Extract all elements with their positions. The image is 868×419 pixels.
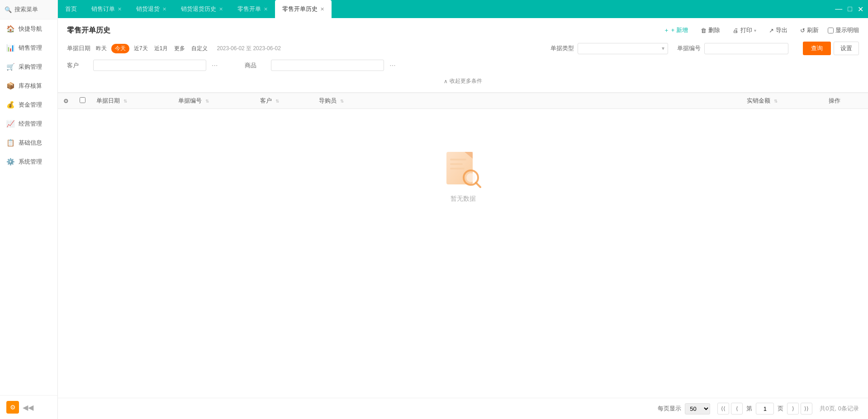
sidebar-item-system-mgmt[interactable]: ⚙️ 系统管理	[0, 152, 57, 171]
money-icon: 💰	[6, 101, 15, 109]
sidebar-item-purchase-mgmt[interactable]: 🛒 采购管理	[0, 57, 57, 76]
document-icon: 📋	[6, 139, 15, 147]
customer-more-icon[interactable]: ···	[212, 61, 218, 70]
add-button[interactable]: ＋ + 新增	[660, 24, 692, 36]
th-settings[interactable]: ⚙	[58, 93, 74, 109]
page-total: 共0页, 0条记录	[820, 405, 859, 413]
shortcut-7days[interactable]: 近7天	[132, 44, 150, 53]
delete-button[interactable]: 🗑 删除	[697, 24, 724, 36]
delete-label: 删除	[708, 26, 720, 34]
maximize-icon[interactable]: □	[848, 5, 852, 14]
th-salesperson[interactable]: 导购员 ⇅	[313, 93, 384, 109]
last-page-button[interactable]: ⟩⟩	[801, 403, 812, 414]
table-header: ⚙ 单据日期 ⇅ 单据编号 ⇅	[58, 93, 868, 109]
close-window-icon[interactable]: ✕	[858, 5, 863, 14]
th-no[interactable]: 单据编号 ⇅	[173, 93, 255, 109]
order-type-filter-field: 单据类型	[550, 43, 668, 54]
tab-retail-open-label: 零售开单	[237, 5, 261, 13]
customer-input[interactable]	[93, 60, 206, 71]
sidebar-item-sales-mgmt[interactable]: 📊 销售管理	[0, 38, 57, 57]
sidebar-item-quick-nav[interactable]: 🏠 快捷导航	[0, 19, 57, 38]
print-button[interactable]: 🖨 打印 ▾	[729, 24, 760, 36]
minimize-icon[interactable]: —	[835, 5, 842, 14]
show-detail-checkbox-wrapper[interactable]: 显示明细	[828, 26, 859, 34]
sidebar: 🔍 搜索菜单 🏠 快捷导航 📊 销售管理 🛒 采购管理 📦 库存核算 💰 资金管…	[0, 0, 58, 419]
th-checkbox[interactable]	[74, 93, 91, 109]
shortcut-custom[interactable]: 自定义	[190, 44, 209, 53]
tab-sales-return-close[interactable]: ✕	[162, 6, 166, 12]
sidebar-item-operations[interactable]: 📈 经营管理	[0, 114, 57, 133]
goods-more-icon[interactable]: ···	[389, 61, 395, 70]
customer-filter-field: 客户 ···	[67, 60, 218, 71]
th-customer[interactable]: 客户 ⇅	[255, 93, 313, 109]
table-settings-icon[interactable]: ⚙	[63, 98, 69, 104]
tab-home-label: 首页	[65, 5, 77, 13]
th-actual-amount[interactable]: 实销金额 ⇅	[741, 93, 823, 109]
sidebar-item-label: 库存核算	[19, 82, 42, 90]
export-button[interactable]: ↗ 导出	[765, 24, 791, 36]
tab-home[interactable]: 首页	[58, 0, 84, 18]
setting-button[interactable]: 设置	[834, 42, 859, 55]
tab-retail-open-close[interactable]: ✕	[264, 6, 268, 12]
sidebar-item-finance[interactable]: 💰 资金管理	[0, 95, 57, 114]
gear-icon: ⚙️	[6, 158, 15, 166]
collapse-more-btn[interactable]: ∧ 收起更多条件	[67, 75, 859, 87]
next-page-button[interactable]: ⟩	[787, 403, 799, 414]
th-spacer	[384, 93, 741, 109]
select-all-checkbox[interactable]	[80, 97, 85, 103]
tab-retail-open-history[interactable]: 零售开单历史 ✕	[275, 0, 332, 18]
settings-gear-button[interactable]: ⚙	[6, 401, 19, 414]
svg-rect-2	[450, 163, 463, 165]
box-icon: 📦	[6, 82, 15, 90]
refresh-icon: ↺	[800, 27, 805, 34]
sidebar-item-basic-info[interactable]: 📋 基础信息	[0, 133, 57, 152]
th-salesperson-label: 导购员	[319, 97, 337, 104]
svg-line-7	[476, 183, 480, 187]
export-icon: ↗	[769, 27, 774, 34]
shortcut-yesterday[interactable]: 昨天	[94, 44, 109, 53]
search-icon: 🔍	[5, 6, 12, 13]
window-controls: — □ ✕	[835, 5, 863, 14]
empty-illustration	[438, 145, 488, 195]
sidebar-collapse-button[interactable]: ◀◀	[23, 403, 33, 412]
shortcut-today[interactable]: 今天	[111, 44, 129, 53]
show-detail-checkbox[interactable]	[828, 28, 834, 33]
tab-sales-return-label: 销货退货	[136, 5, 160, 13]
page-size-label: 每页显示	[658, 405, 681, 413]
sort-arrows-salesperson: ⇅	[340, 99, 344, 104]
sidebar-search-label: 搜索菜单	[14, 5, 38, 14]
sidebar-search[interactable]: 🔍 搜索菜单	[0, 0, 57, 19]
th-date[interactable]: 单据日期 ⇅	[91, 93, 173, 109]
tab-retail-open-history-close[interactable]: ✕	[320, 6, 324, 12]
page-number-input[interactable]	[756, 403, 774, 414]
sidebar-item-label: 采购管理	[19, 63, 42, 71]
goods-input[interactable]	[271, 60, 384, 71]
print-icon: 🖨	[733, 27, 739, 34]
empty-text: 暂无数据	[451, 195, 476, 203]
query-button[interactable]: 查询	[803, 42, 831, 55]
first-page-button[interactable]: ⟨⟨	[717, 403, 729, 414]
print-dropdown-icon: ▾	[754, 28, 756, 33]
th-action-label: 操作	[829, 97, 840, 104]
pagination: 每页显示 50 10 20 100 ⟨⟨ ⟨ 第 页 ⟩ ⟩⟩ 共0页, 0条记…	[58, 398, 868, 419]
tab-retail-open[interactable]: 零售开单 ✕	[230, 0, 275, 18]
prev-page-button[interactable]: ⟨	[731, 403, 743, 414]
tab-sales-return-history-label: 销货退货历史	[181, 5, 216, 13]
sidebar-item-inventory[interactable]: 📦 库存核算	[0, 76, 57, 95]
order-type-select[interactable]	[578, 43, 668, 54]
shortcut-more[interactable]: 更多	[172, 44, 187, 53]
tab-sales-order-close[interactable]: ✕	[118, 6, 122, 12]
tab-sales-return-history-close[interactable]: ✕	[219, 6, 223, 12]
tab-sales-order[interactable]: 销售订单 ✕	[84, 0, 129, 18]
page-nav: ⟨⟨ ⟨ 第 页 ⟩ ⟩⟩	[717, 403, 812, 414]
filter-row-2: 客户 ··· 商品 ···	[67, 60, 859, 71]
tab-sales-return-history[interactable]: 销货退货历史 ✕	[174, 0, 230, 18]
customer-label: 客户	[67, 61, 90, 70]
page-header: 零售开单历史 ＋ + 新增 🗑 删除 🖨 打印 ▾ ↗ 导出	[58, 18, 868, 36]
tab-sales-return[interactable]: 销货退货 ✕	[129, 0, 174, 18]
shortcut-1month[interactable]: 近1月	[152, 44, 170, 53]
refresh-button[interactable]: ↺ 刷新	[797, 24, 822, 36]
page-size-select[interactable]: 50 10 20 100	[685, 403, 710, 414]
th-action: 操作	[823, 93, 868, 109]
order-no-input[interactable]	[704, 43, 788, 54]
